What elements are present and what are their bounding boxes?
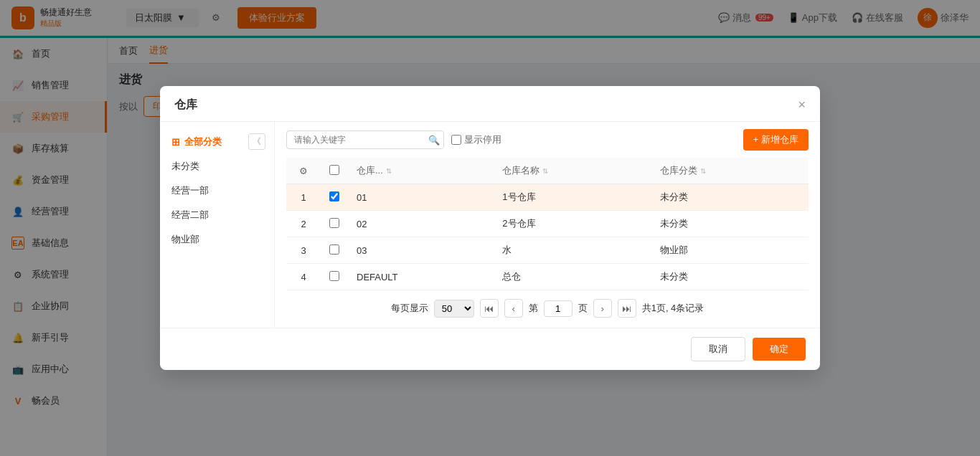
row-checkbox[interactable] — [321, 237, 348, 264]
pagination: 每页显示 50 100 200 ⏮ ‹ 第 页 › ⏭ 共1页, 4条记录 — [286, 290, 809, 320]
page-input[interactable] — [544, 300, 573, 317]
table-panel: 🔍 显示停用 + 新增仓库 ⚙ — [275, 122, 820, 328]
warehouse-table: ⚙ 仓库... ⇅ 仓库名称 — [286, 158, 809, 290]
table-toolbar: 🔍 显示停用 + 新增仓库 — [286, 129, 809, 151]
cancel-button[interactable]: 取消 — [691, 337, 745, 361]
search-input-wrap: 🔍 — [286, 130, 444, 149]
select-all-checkbox[interactable] — [329, 165, 339, 175]
table-row[interactable]: 1 01 1号仓库 未分类 — [286, 184, 809, 211]
search-input[interactable] — [286, 130, 444, 149]
row-category: 未分类 — [651, 184, 809, 211]
row-name: 水 — [494, 237, 651, 264]
category-item-ops2[interactable]: 经营二部 — [160, 203, 274, 227]
warehouse-modal: 仓库 × ⊞ 全部分类 《 未分类 经营一部 经营二部 物业部 — [160, 86, 820, 370]
per-page-select[interactable]: 50 100 200 — [434, 300, 474, 318]
table-body: 1 01 1号仓库 未分类 2 02 2号仓库 未分类 3 03 水 物业部 4… — [286, 184, 809, 290]
table-header-row: ⚙ 仓库... ⇅ 仓库名称 — [286, 158, 809, 184]
grid-icon: ⊞ — [171, 136, 180, 148]
modal-header: 仓库 × — [160, 86, 820, 122]
row-name: 总仓 — [494, 264, 651, 290]
sort-category-icon: ⇅ — [700, 167, 706, 175]
modal-body: ⊞ 全部分类 《 未分类 经营一部 经营二部 物业部 🔍 — [160, 122, 820, 328]
new-warehouse-button[interactable]: + 新增仓库 — [743, 129, 809, 151]
row-code: 03 — [348, 237, 494, 264]
sort-name-icon: ⇅ — [542, 167, 548, 175]
col-code-label: 仓库... — [357, 164, 383, 177]
category-all-label: 全部分类 — [184, 136, 222, 148]
table-row[interactable]: 2 02 2号仓库 未分类 — [286, 211, 809, 237]
row-name: 1号仓库 — [494, 184, 651, 211]
row-checkbox[interactable] — [321, 264, 348, 290]
row-code: DEFAULT — [348, 264, 494, 290]
row-category: 未分类 — [651, 211, 809, 237]
row-code: 02 — [348, 211, 494, 237]
page-label: 第 — [529, 302, 538, 315]
show-disabled-text: 显示停用 — [464, 133, 501, 146]
category-item-unclassified[interactable]: 未分类 — [160, 154, 274, 179]
show-disabled-checkbox[interactable] — [451, 135, 461, 145]
col-name[interactable]: 仓库名称 ⇅ — [494, 158, 651, 184]
confirm-button[interactable]: 确定 — [753, 338, 806, 361]
row-no: 2 — [286, 211, 321, 237]
row-checkbox[interactable] — [321, 184, 348, 211]
show-disabled-label[interactable]: 显示停用 — [451, 133, 501, 146]
row-category: 物业部 — [651, 237, 809, 264]
sort-code-icon: ⇅ — [386, 167, 392, 175]
row-no: 4 — [286, 264, 321, 290]
modal-footer: 取消 确定 — [160, 328, 820, 370]
category-collapse-button[interactable]: 《 — [248, 133, 265, 150]
col-name-label: 仓库名称 — [502, 164, 540, 177]
row-category: 未分类 — [651, 264, 809, 290]
col-category[interactable]: 仓库分类 ⇅ — [651, 158, 809, 184]
category-panel-header: ⊞ 全部分类 《 — [160, 129, 274, 154]
row-no: 3 — [286, 237, 321, 264]
row-checkbox[interactable] — [321, 211, 348, 237]
table-container: ⚙ 仓库... ⇅ 仓库名称 — [286, 158, 809, 290]
col-checkbox — [321, 158, 348, 184]
first-page-button[interactable]: ⏮ — [480, 299, 499, 318]
category-item-ops1[interactable]: 经营一部 — [160, 179, 274, 203]
prev-page-button[interactable]: ‹ — [504, 299, 523, 318]
modal-close-button[interactable]: × — [798, 98, 806, 113]
modal-overlay: 仓库 × ⊞ 全部分类 《 未分类 经营一部 经营二部 物业部 — [0, 0, 980, 456]
table-header: ⚙ 仓库... ⇅ 仓库名称 — [286, 158, 809, 184]
modal-title: 仓库 — [174, 98, 197, 113]
table-row[interactable]: 4 DEFAULT 总仓 未分类 — [286, 264, 809, 290]
page-suffix: 页 — [578, 302, 588, 315]
col-category-label: 仓库分类 — [660, 164, 697, 177]
last-page-button[interactable]: ⏭ — [618, 299, 636, 318]
row-code: 01 — [348, 184, 494, 211]
per-page-label: 每页显示 — [391, 302, 428, 315]
row-no: 1 — [286, 184, 321, 211]
search-icon[interactable]: 🔍 — [428, 135, 440, 146]
col-code[interactable]: 仓库... ⇅ — [348, 158, 494, 184]
table-row[interactable]: 3 03 水 物业部 — [286, 237, 809, 264]
category-panel: ⊞ 全部分类 《 未分类 经营一部 经营二部 物业部 — [160, 122, 275, 328]
next-page-button[interactable]: › — [593, 299, 612, 318]
row-name: 2号仓库 — [494, 211, 651, 237]
col-settings: ⚙ — [286, 158, 321, 184]
total-records: 共1页, 4条记录 — [642, 302, 705, 315]
category-all-btn[interactable]: ⊞ 全部分类 — [171, 136, 222, 148]
category-item-property[interactable]: 物业部 — [160, 227, 274, 252]
